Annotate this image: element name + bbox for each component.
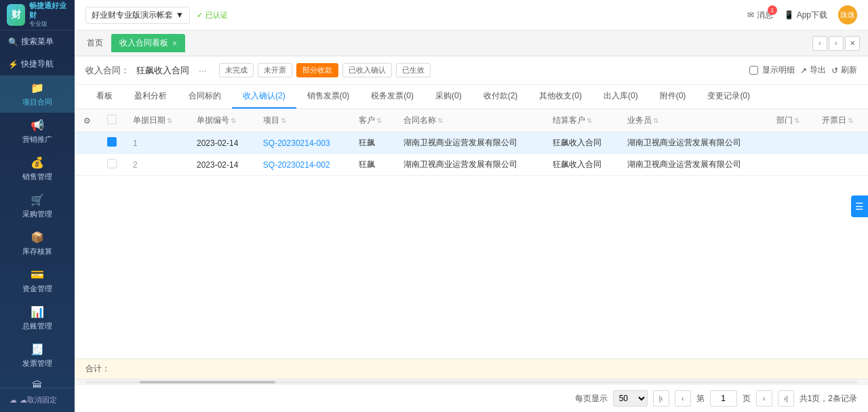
row-1-checkbox[interactable]: [99, 132, 125, 154]
unpin-button[interactable]: ☁ ☁取消固定: [4, 392, 71, 408]
page-prefix: 第: [696, 393, 705, 405]
tab-profit[interactable]: 盈利分析: [123, 85, 178, 109]
contract-prefix: 收入合同：: [85, 64, 130, 77]
tab-sales-invoice[interactable]: 销售发票(0): [296, 85, 361, 109]
refresh-label: 刷新: [841, 64, 857, 76]
right-action-button[interactable]: ☰: [851, 195, 868, 217]
user-menu[interactable]: 珠珠: [838, 5, 857, 24]
th-department[interactable]: 部门⇅: [768, 109, 813, 132]
page-content: 收入合同： 狂飙收入合同 ··· 未完成 未开票 部分收款 已收入确认 已生效 …: [75, 56, 868, 412]
page-number-input[interactable]: [710, 390, 737, 407]
tab-board[interactable]: 看板: [85, 85, 123, 109]
total-info: 共1页，2条记录: [800, 393, 857, 405]
row-2-result-customer: 湖南卫视商业运营发展有限公司: [619, 154, 768, 176]
sidebar-item-marketing[interactable]: 📢 营销推广: [0, 113, 75, 150]
tab-nav-prev[interactable]: ‹: [812, 36, 827, 51]
th-settings[interactable]: ⚙: [75, 109, 99, 132]
page-next-button[interactable]: ›: [756, 390, 772, 407]
row-2-number[interactable]: SQ-20230214-002: [255, 154, 351, 176]
finance-icon: 💳: [31, 267, 44, 281]
page-first-button[interactable]: |‹: [653, 390, 669, 407]
row-1-checkbox-input[interactable]: [107, 137, 117, 147]
status-partial-receipt[interactable]: 部分收款: [296, 63, 338, 77]
tab-purchase[interactable]: 采购(0): [425, 85, 473, 109]
per-page-select[interactable]: 50 100 200: [613, 390, 648, 407]
tab-warehouse[interactable]: 出入库(0): [593, 85, 649, 109]
tab-subject[interactable]: 合同标的: [178, 85, 232, 109]
tab-revenue-confirm[interactable]: 收入确认(2): [232, 85, 296, 109]
row-1-salesman: [768, 132, 813, 154]
page-last-button[interactable]: ›|: [778, 390, 794, 407]
app-download-button[interactable]: 📱 App下载: [784, 10, 827, 21]
row-2-link[interactable]: SQ-20230214-002: [263, 160, 330, 170]
sidebar-item-tax[interactable]: 🏛 税务管理: [0, 374, 75, 388]
th-result-customer[interactable]: 结算客户⇅: [545, 109, 619, 132]
company-selector[interactable]: 好业财专业版演示帐套 ▼: [85, 7, 190, 24]
sidebar-label-purchase: 采购管理: [22, 209, 52, 219]
home-breadcrumb[interactable]: 首页: [83, 36, 107, 50]
th-salesman[interactable]: 业务员⇅: [619, 109, 768, 132]
status-effective[interactable]: 已生效: [396, 63, 431, 77]
row-1-link[interactable]: SQ-20230214-003: [263, 138, 330, 148]
per-page-label: 每页显示: [575, 393, 608, 405]
unpin-label: ☁取消固定: [20, 395, 57, 405]
table-row[interactable]: 2 2023-02-14 SQ-20230214-002 狂飙 湖南卫视商业运营…: [75, 154, 868, 176]
contract-tab[interactable]: 收入合同看板 ×: [111, 34, 185, 52]
sidebar-item-finance[interactable]: 💳 资金管理: [0, 262, 75, 299]
more-button[interactable]: ···: [199, 65, 207, 76]
row-2-checkbox-input[interactable]: [107, 159, 117, 168]
sidebar-item-purchase[interactable]: 🛒 采购管理: [0, 187, 75, 225]
tab-other-income[interactable]: 其他收支(0): [528, 85, 593, 109]
sort-number-icon: ⇅: [231, 117, 236, 124]
refresh-icon: ↺: [831, 66, 838, 75]
th-contract-name[interactable]: 合同名称⇅: [395, 109, 545, 132]
status-uninvoiced[interactable]: 未开票: [258, 63, 292, 77]
show-detail-checkbox[interactable]: 显示明细: [749, 64, 795, 76]
detail-checkbox-input[interactable]: [749, 66, 758, 75]
th-checkbox[interactable]: [99, 109, 125, 132]
sidebar-bottom[interactable]: ☁ ☁取消固定: [0, 388, 75, 412]
table-footer: 合计：: [75, 358, 868, 379]
sidebar-item-quicknav[interactable]: ⚡ 快捷导航: [0, 53, 75, 75]
content-area: 首页 收入合同看板 × ‹ › ✕ 收入合同： 狂飙收入合同 ··· 未完成 未…: [75, 31, 868, 412]
scroll-indicator[interactable]: [75, 379, 868, 384]
row-1-result-customer: 湖南卫视商业运营发展有限公司: [619, 132, 768, 154]
th-open-date[interactable]: 开票日⇅: [814, 109, 868, 132]
row-1-number[interactable]: SQ-20230214-003: [255, 132, 351, 154]
sidebar-item-ledger[interactable]: 📊 总账管理: [0, 299, 75, 337]
page-prev-button[interactable]: ‹: [675, 390, 691, 407]
status-revenue-confirmed[interactable]: 已收入确认: [342, 63, 392, 77]
page-suffix: 页: [743, 393, 751, 405]
th-customer[interactable]: 客户⇅: [351, 109, 395, 132]
th-number[interactable]: 单据编号⇅: [189, 109, 255, 132]
message-button[interactable]: ✉ 1 消息: [747, 10, 773, 21]
row-1-num: 1: [125, 132, 189, 154]
header-checkbox[interactable]: [107, 115, 117, 124]
sidebar-item-inventory[interactable]: 📦 库存核算: [0, 225, 75, 262]
tab-tax-invoice[interactable]: 税务发票(0): [360, 85, 425, 109]
sidebar-item-invoice[interactable]: 🧾 发票管理: [0, 337, 75, 374]
tab-close-button[interactable]: ×: [172, 39, 177, 48]
tab-attachment[interactable]: 附件(0): [649, 85, 697, 109]
invoice-icon: 🧾: [31, 342, 44, 356]
sort-opendate-icon: ⇅: [848, 117, 853, 124]
row-2-date: 2023-02-14: [189, 154, 255, 176]
tab-payment[interactable]: 收付款(2): [473, 85, 529, 109]
refresh-button[interactable]: ↺ 刷新: [831, 64, 857, 76]
th-date[interactable]: 单据日期⇅: [125, 109, 189, 132]
export-button[interactable]: ↗ 导出: [800, 64, 826, 76]
tab-close-all[interactable]: ✕: [845, 36, 860, 51]
table-row[interactable]: 1 2023-02-14 SQ-20230214-003 狂飙 湖南卫视商业运营…: [75, 132, 868, 154]
sidebar-item-search[interactable]: 🔍 搜索菜单: [0, 31, 75, 53]
scroll-thumb[interactable]: [140, 381, 275, 383]
header-actions: 显示明细 ↗ 导出 ↺ 刷新: [749, 64, 857, 76]
sort-salesman-icon: ⇅: [653, 117, 658, 124]
sidebar-item-project[interactable]: 📁 项目合同: [0, 75, 75, 113]
status-incomplete[interactable]: 未完成: [219, 63, 254, 77]
tab-change-log[interactable]: 变更记录(0): [696, 85, 761, 109]
th-project[interactable]: 项目⇅: [255, 109, 351, 132]
row-2-checkbox[interactable]: [99, 154, 125, 176]
tab-nav-next[interactable]: ›: [829, 36, 844, 51]
sidebar-item-sales[interactable]: 💰 销售管理: [0, 150, 75, 187]
row-2-settings: [75, 154, 99, 176]
